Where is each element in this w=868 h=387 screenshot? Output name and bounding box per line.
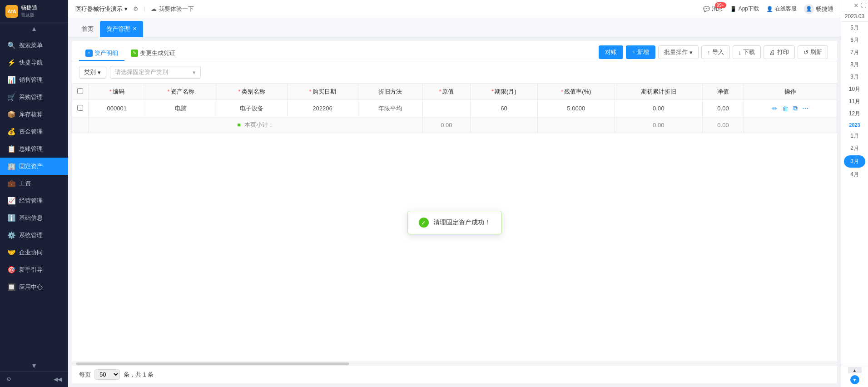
timeline-month-11[interactable]: 11月 [841, 95, 868, 108]
toast-message: 清理固定资产成功！ [433, 218, 491, 227]
message-btn[interactable]: 💬 消息 99+ [703, 5, 723, 13]
scrollbar-thumb[interactable] [76, 362, 349, 365]
sidebar-item-经营管理[interactable]: 📈经营管理 [0, 192, 68, 209]
download-icon: 📱 [730, 6, 737, 12]
row-period: 60 [471, 100, 538, 117]
subtotal-label-cell: ■ 本页小计： [89, 117, 423, 133]
timeline-month-10[interactable]: 10月 [841, 83, 868, 95]
print-btn[interactable]: 🖨 打印 [764, 45, 795, 59]
sidebar-item-新手引导[interactable]: 🎯新手引导 [0, 261, 68, 278]
refresh-btn[interactable]: ↺ 刷新 [798, 45, 828, 59]
timeline-month-3-active[interactable]: 3月 [844, 155, 865, 168]
sidebar-label-6: 总账管理 [19, 145, 43, 153]
timeline-month-9[interactable]: 9月 [841, 71, 868, 83]
category-select[interactable]: 类别 ▾ [79, 66, 106, 79]
timeline-down-btn[interactable]: ▼ [850, 375, 859, 384]
subtotal-actions-empty [744, 117, 837, 133]
sidebar-icon-13: 🎯 [7, 266, 15, 274]
batch-dropdown-icon: ▾ [689, 49, 693, 56]
online-service-btn[interactable]: 👤 在线客服 [766, 5, 797, 13]
sub-tabs: ≡ 资产明细 ✎ 变更生成凭证 对账 + 新增 批量操作 ▾ ↑ 导入 ↓ [72, 41, 837, 61]
logo-title: 畅捷通 [21, 5, 37, 12]
select-all-checkbox[interactable] [77, 88, 83, 94]
timeline-month-7[interactable]: 7月 [841, 46, 868, 59]
sidebar-item-库存核算[interactable]: 📦库存核算 [0, 106, 68, 123]
timeline-month-4[interactable]: 4月 [841, 169, 868, 181]
sidebar-item-销售管理[interactable]: 📊销售管理 [0, 71, 68, 89]
sidebar-item-快捷导航[interactable]: ⚡快捷导航 [0, 54, 68, 71]
sidebar-item-应用中心[interactable]: 🔲应用中心 [0, 278, 68, 296]
timeline-month-8[interactable]: 8月 [841, 59, 868, 71]
sidebar: AtA 畅捷通 普及版 ▲ 🔍搜索菜单⚡快捷导航📊销售管理🛒采购管理📦库存核算💰… [0, 0, 68, 387]
timeline-up-btn[interactable]: ▲ [848, 367, 862, 373]
sidebar-item-总账管理[interactable]: 📋总账管理 [0, 140, 68, 158]
sidebar-item-采购管理[interactable]: 🛒采购管理 [0, 89, 68, 106]
sidebar-logo: AtA 畅捷通 普及版 [0, 0, 68, 23]
logo-icon: AtA [5, 5, 18, 18]
sidebar-item-搜索菜单[interactable]: 🔍搜索菜单 [0, 37, 68, 54]
sidebar-label-1: 快捷导航 [19, 59, 43, 67]
voucher-icon: ✎ [131, 50, 138, 57]
row-copy-btn[interactable]: ⧉ [792, 104, 799, 113]
sidebar-item-固定资产[interactable]: 🏢固定资产 [0, 158, 68, 175]
timeline-month-1[interactable]: 1月 [841, 130, 868, 142]
row-original-value [422, 100, 470, 117]
sidebar-label-13: 新手引导 [19, 266, 43, 274]
timeline-list: 5月 6月 7月 8月 9月 10月 11月 12月 2023 1月 2月 3月… [841, 22, 868, 364]
tab-close-icon[interactable]: ✕ [133, 26, 137, 32]
sidebar-icon-12: 🤝 [7, 248, 15, 257]
sub-tab-asset-detail[interactable]: ≡ 资产明细 [79, 46, 124, 61]
th-net-value: 净值 [702, 84, 744, 100]
row-delete-btn[interactable]: 🗑 [781, 104, 789, 113]
download-btn[interactable]: ↓ 下载 [733, 45, 761, 59]
th-actions: 操作 [744, 84, 837, 100]
timeline-month-6[interactable]: 6月 [841, 34, 868, 46]
sub-tab-voucher[interactable]: ✎ 变更生成凭证 [124, 46, 182, 61]
row-select-checkbox[interactable] [77, 105, 83, 111]
tab-home[interactable]: 首页 [75, 21, 100, 37]
company-selector[interactable]: 医疗器械行业演示 ▾ [75, 5, 128, 13]
sidebar-item-企业协同[interactable]: 🤝企业协同 [0, 244, 68, 261]
scroll-down-btn[interactable]: ▼ [31, 362, 37, 369]
timeline-month-12[interactable]: 12月 [841, 108, 868, 120]
sidebar-label-14: 应用中心 [19, 283, 43, 291]
user-menu[interactable]: 👤 畅捷通 [804, 4, 833, 14]
timeline-month-2[interactable]: 2月 [841, 142, 868, 154]
sidebar-item-基础信息[interactable]: ℹ️基础信息 [0, 209, 68, 227]
sidebar-item-资金管理[interactable]: 💰资金管理 [0, 123, 68, 140]
batch-btn[interactable]: 批量操作 ▾ [658, 45, 699, 59]
subtotal-row: ■ 本页小计： 0.00 0.00 0.00 [72, 117, 837, 133]
input-dropdown-arrow: ▾ [193, 69, 196, 76]
divider: | [144, 5, 145, 12]
collapse-icon[interactable]: ◀◀ [54, 376, 62, 382]
horizontal-scrollbar[interactable] [72, 362, 837, 365]
add-btn[interactable]: + 新增 [626, 45, 655, 59]
sidebar-item-系统管理[interactable]: ⚙️系统管理 [0, 227, 68, 244]
category-input[interactable]: 请选择固定资产类别 ▾ [110, 66, 201, 79]
settings-icon[interactable]: ⚙ [6, 376, 11, 382]
experience-btn[interactable]: ☁ 我要体验一下 [151, 5, 194, 13]
reconcile-btn[interactable]: 对账 [599, 45, 623, 59]
page-size-select[interactable]: 50 100 [94, 369, 120, 380]
timeline-month-5[interactable]: 5月 [841, 22, 868, 34]
import-btn[interactable]: ↑ 导入 [701, 45, 730, 59]
toast-check-icon: ✓ [419, 218, 429, 228]
settings-gear-icon[interactable]: ⚙ [133, 5, 139, 12]
timeline-expand-btn[interactable]: ⛶ [861, 2, 866, 9]
row-name: 电脑 [145, 100, 216, 117]
th-name: *资产名称 [145, 84, 216, 100]
app-download-btn[interactable]: 📱 App下载 [730, 5, 759, 13]
refresh-icon: ↺ [804, 49, 808, 56]
scroll-up-btn[interactable]: ▲ [31, 25, 37, 32]
sidebar-label-4: 库存核算 [19, 110, 43, 119]
timeline-year-2023: 2023 [841, 120, 868, 130]
user-avatar: 👤 [804, 4, 814, 14]
sidebar-nav: 🔍搜索菜单⚡快捷导航📊销售管理🛒采购管理📦库存核算💰资金管理📋总账管理🏢固定资产… [0, 34, 68, 360]
row-edit-btn[interactable]: ✏ [771, 104, 779, 113]
sidebar-icon-2: 📊 [7, 76, 15, 84]
row-more-btn[interactable]: ⋯ [801, 104, 809, 113]
print-icon: 🖨 [769, 49, 775, 56]
sidebar-item-工资[interactable]: 💼工资 [0, 175, 68, 192]
tab-asset-management[interactable]: 资产管理 ✕ [100, 21, 143, 37]
timeline-close-btn[interactable]: ✕ [853, 2, 859, 9]
